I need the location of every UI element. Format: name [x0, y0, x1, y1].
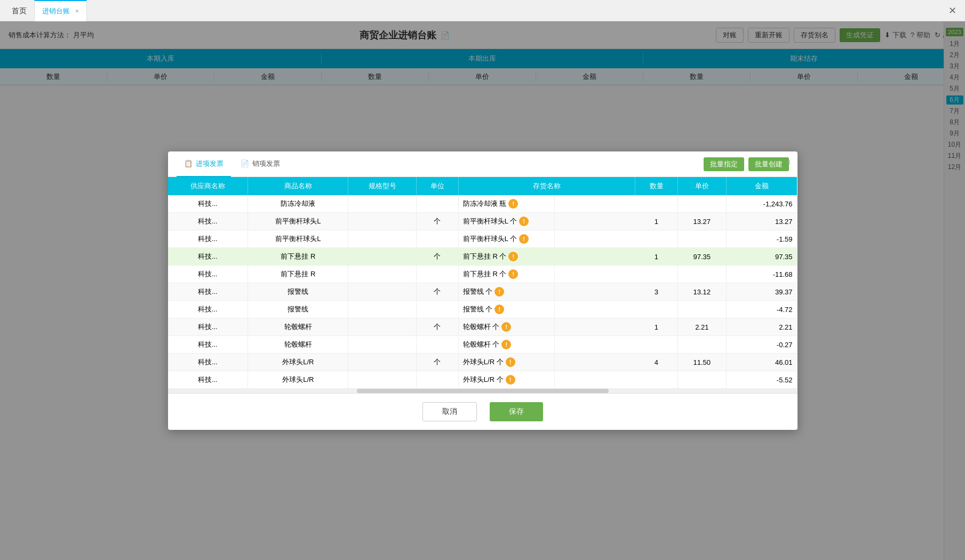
warning-icon: !	[495, 305, 504, 314]
modal-dialog: 📋 进项发票 📄 销项发票 批量指定 批量创建 ×	[168, 151, 797, 430]
col-supplier: 供应商名称	[168, 177, 248, 195]
main-content: 销售成本计算方法： 月平均 商贸企业进销台账 📄 对账 重新开账 存货别名 生成…	[0, 21, 965, 560]
modal-header: 📋 进项发票 📄 销项发票 批量指定 批量创建 ×	[168, 151, 797, 177]
invoice-icon: 📋	[184, 159, 193, 168]
save-button[interactable]: 保存	[490, 402, 543, 421]
outbound-icon: 📄	[241, 159, 249, 168]
warning-icon: !	[508, 199, 518, 209]
horizontal-scrollbar[interactable]	[168, 389, 797, 393]
warning-icon: !	[519, 234, 529, 244]
table-header-row: 供应商名称 商品名称 规格型号 单位 存货名称 数量 单价 金额	[168, 177, 797, 195]
batch-assign-button[interactable]: 批量指定	[704, 157, 744, 171]
modal-overlay: 📋 进项发票 📄 销项发票 批量指定 批量创建 ×	[0, 21, 965, 560]
warning-icon: !	[501, 322, 511, 332]
col-quantity: 数量	[635, 177, 677, 195]
table-row[interactable]: 科技...外球头L/R个外球头L/R 个!411.5046.01	[168, 354, 797, 371]
warning-icon: !	[506, 375, 515, 385]
table-row[interactable]: 科技...防冻冷却液防冻冷却液 瓶!-1,243.76	[168, 195, 797, 213]
col-unit: 单位	[416, 177, 458, 195]
table-row[interactable]: 科技...前下悬挂 R个前下悬挂 R 个!197.3597.35	[168, 248, 797, 266]
batch-create-button[interactable]: 批量创建	[748, 157, 789, 171]
col-unit-price: 单价	[677, 177, 726, 195]
cancel-button[interactable]: 取消	[422, 402, 477, 421]
tab-inbound-invoice[interactable]: 📋 进项发票	[177, 151, 231, 177]
tab-active[interactable]: 进销台账 ×	[34, 0, 87, 21]
warning-icon: !	[508, 252, 518, 261]
tab-inbound-label: 进项发票	[196, 151, 224, 177]
warning-icon: !	[506, 357, 515, 367]
table-row[interactable]: 科技...报警线报警线 个!-4.72	[168, 301, 797, 318]
top-bar: 首页 进销台账 × ✕	[0, 0, 965, 21]
table-row[interactable]: 科技...外球头L/R外球头L/R 个!-5.52	[168, 371, 797, 389]
modal-table-wrap[interactable]: 供应商名称 商品名称 规格型号 单位 存货名称 数量 单价 金额 科技...防冻…	[168, 177, 797, 393]
scrollbar-thumb	[357, 389, 609, 393]
modal-footer: 取消 保存	[168, 393, 797, 430]
col-spec: 规格型号	[348, 177, 416, 195]
modal-close-button[interactable]: ×	[786, 158, 791, 167]
table-row[interactable]: 科技...前平衡杆球头L前平衡杆球头L 个!-1.59	[168, 230, 797, 248]
table-row[interactable]: 科技...前平衡杆球头L个前平衡杆球头L 个!113.2713.27	[168, 213, 797, 230]
table-row[interactable]: 科技...轮毂螺杆个轮毂螺杆 个!12.212.21	[168, 318, 797, 336]
window-close-button[interactable]: ✕	[948, 5, 956, 16]
col-product-name: 商品名称	[248, 177, 348, 195]
table-row[interactable]: 科技...轮毂螺杆轮毂螺杆 个!-0.27	[168, 336, 797, 354]
tab-home[interactable]: 首页	[4, 0, 34, 21]
tab-outbound-label: 销项发票	[252, 151, 280, 177]
active-tab-label: 进销台账	[42, 1, 70, 21]
col-amount: 金额	[726, 177, 797, 195]
top-bar-right: ✕	[948, 5, 961, 17]
table-row[interactable]: 科技...前下悬挂 R前下悬挂 R 个!-11.68	[168, 266, 797, 283]
col-inventory-name: 存货名称	[458, 177, 635, 195]
warning-icon: !	[495, 287, 504, 297]
tab-outbound-invoice[interactable]: 📄 销项发票	[233, 151, 288, 177]
modal-table: 供应商名称 商品名称 规格型号 单位 存货名称 数量 单价 金额 科技...防冻…	[168, 177, 797, 389]
warning-icon: !	[501, 340, 511, 349]
table-row[interactable]: 科技...报警线个报警线 个!313.1239.37	[168, 283, 797, 301]
warning-icon: !	[519, 217, 529, 226]
tab-close-icon[interactable]: ×	[75, 1, 79, 21]
modal-header-actions: 批量指定 批量创建	[704, 157, 789, 171]
warning-icon: !	[508, 269, 518, 279]
